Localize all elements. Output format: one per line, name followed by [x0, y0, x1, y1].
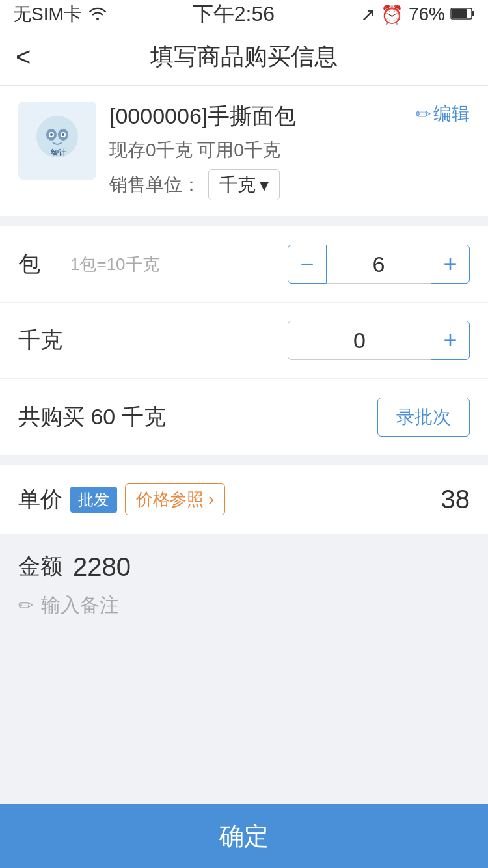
price-label: 单价 — [18, 485, 62, 515]
price-row: 单价 批发 价格参照 › 38 — [18, 483, 470, 515]
svg-text:智计: 智计 — [50, 148, 67, 157]
unit-label: 销售单位： — [109, 172, 200, 197]
kg-label: 千克 — [18, 325, 70, 355]
package-hint: 1包=10千克 — [70, 253, 288, 276]
product-logo: 智计 — [34, 114, 80, 167]
remark-row[interactable]: ✏ 输入备注 — [18, 592, 470, 619]
edit-label: 编辑 — [433, 102, 470, 126]
package-minus-button[interactable]: − — [288, 245, 327, 284]
kg-controls: + — [288, 321, 470, 360]
package-quantity-section: 包 1包=10千克 − + 千克 + 共购买 60 千克 录批次 — [0, 226, 488, 455]
package-plus-button[interactable]: + — [431, 245, 470, 284]
confirm-button[interactable]: 确定 — [0, 804, 488, 868]
batch-button[interactable]: 录批次 — [377, 398, 470, 437]
amount-label: 金额 — [18, 552, 62, 582]
battery-text: 76% — [409, 4, 445, 25]
kg-input[interactable] — [288, 321, 431, 360]
back-button[interactable]: < — [16, 42, 31, 72]
summary-text: 共购买 60 千克 — [18, 402, 166, 432]
wifi-icon — [88, 4, 107, 25]
product-unit-row: 销售单位： 千克 ▾ — [109, 169, 470, 200]
package-row: 包 1包=10千克 − + — [0, 226, 488, 303]
product-section: 智计 [0000006]手撕面包 现存0千克 可用0千克 销售单位： 千克 ▾ … — [0, 86, 488, 216]
battery-icon — [450, 4, 475, 25]
amount-row: 金额 2280 — [18, 552, 470, 582]
edit-icon: ✏ — [416, 103, 431, 125]
price-value: 38 — [441, 485, 470, 514]
svg-point-9 — [62, 133, 64, 136]
status-right: ↗ ⏰ 76% — [360, 4, 475, 25]
svg-point-8 — [50, 133, 53, 136]
unit-dropdown-icon: ▾ — [260, 174, 269, 196]
confirm-text: 确定 — [219, 820, 269, 853]
bottom-spacer — [0, 632, 488, 762]
unit-value: 千克 — [219, 172, 256, 197]
status-bar: 无SIM卡 下午2:56 ↗ ⏰ 76% — [0, 0, 488, 29]
price-section: 单价 批发 价格参照 › 38 — [0, 465, 488, 534]
price-left: 单价 批发 价格参照 › — [18, 483, 225, 515]
svg-rect-1 — [472, 11, 474, 16]
amount-value: 2280 — [73, 552, 131, 582]
nav-bar: < 填写商品购买信息 — [0, 29, 488, 86]
edit-button[interactable]: ✏ 编辑 — [416, 102, 470, 126]
kg-row: 千克 + — [0, 303, 488, 379]
location-icon: ↗ — [360, 4, 375, 25]
package-controls: − + — [288, 245, 470, 284]
unit-selector[interactable]: 千克 ▾ — [208, 169, 280, 200]
remark-placeholder: 输入备注 — [41, 592, 119, 619]
price-ref-button[interactable]: 价格参照 › — [125, 483, 225, 515]
status-time: 下午2:56 — [193, 0, 275, 29]
page-title: 填写商品购买信息 — [150, 41, 338, 73]
product-thumbnail: 智计 — [18, 102, 96, 180]
summary-row: 共购买 60 千克 录批次 — [0, 379, 488, 455]
price-tag: 批发 — [70, 487, 117, 513]
alarm-icon: ⏰ — [381, 4, 403, 25]
pencil-icon: ✏ — [18, 595, 33, 616]
status-left: 无SIM卡 — [13, 2, 107, 27]
package-label: 包 — [18, 249, 70, 279]
carrier-text: 无SIM卡 — [13, 2, 82, 27]
amount-section: 金额 2280 ✏ 输入备注 — [0, 534, 488, 632]
kg-plus-button[interactable]: + — [431, 321, 470, 360]
product-stock: 现存0千克 可用0千克 — [109, 138, 470, 163]
svg-rect-2 — [452, 9, 467, 18]
package-input[interactable] — [327, 245, 431, 284]
section-divider — [0, 455, 488, 465]
